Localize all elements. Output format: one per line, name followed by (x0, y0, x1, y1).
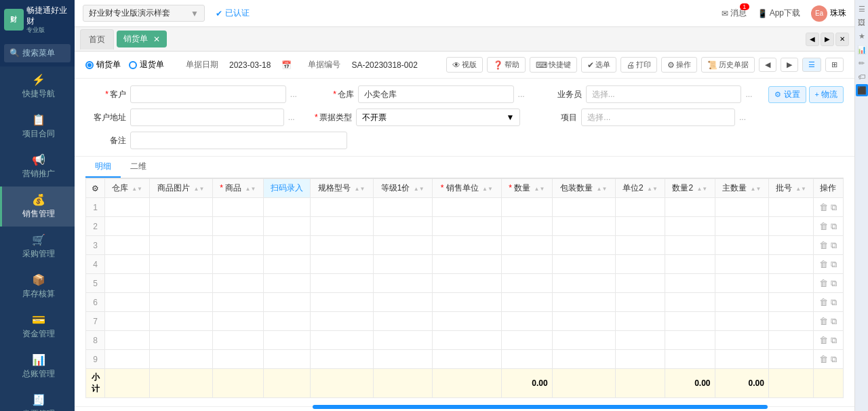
cell-main-qty[interactable] (715, 274, 768, 293)
cell-qty2[interactable] (665, 217, 715, 236)
cell-scan[interactable] (263, 331, 310, 350)
sidebar-item-inventory[interactable]: 📦 库存核算 (0, 267, 75, 307)
sort-price[interactable]: ▲▼ (414, 186, 425, 192)
cell-unit[interactable] (432, 331, 501, 350)
cell-scan[interactable] (263, 312, 310, 331)
cell-img[interactable] (149, 217, 212, 236)
cell-warehouse[interactable] (105, 236, 150, 255)
address-picker-btn[interactable]: ... (288, 113, 295, 122)
cell-warehouse[interactable] (105, 293, 150, 312)
warehouse-input[interactable]: 小卖仓库 (358, 85, 514, 103)
col-settings[interactable]: ⚙ (86, 179, 105, 198)
cell-price1[interactable] (373, 293, 432, 312)
cell-product[interactable] (212, 255, 263, 274)
cell-unit[interactable] (432, 312, 501, 331)
copy-row-icon[interactable]: ⧉ (831, 316, 837, 327)
sidebar-item-marketing[interactable]: 📢 营销推广 (0, 146, 75, 187)
cell-img[interactable] (149, 350, 212, 369)
cell-spec[interactable] (310, 350, 373, 369)
cell-img[interactable] (149, 198, 212, 217)
cell-main-qty[interactable] (715, 255, 768, 274)
cell-unit[interactable] (432, 198, 501, 217)
cell-pack-qty[interactable] (552, 312, 615, 331)
salesperson-input[interactable]: 选择... (586, 85, 742, 103)
cell-unit2[interactable] (615, 331, 665, 350)
cell-batch[interactable] (768, 198, 813, 217)
cell-qty[interactable] (501, 236, 552, 255)
cell-qty2[interactable] (665, 255, 715, 274)
sort-product[interactable]: ▲▼ (245, 186, 256, 192)
grid-view-btn[interactable]: ☰ (802, 58, 821, 72)
right-icon-chart[interactable]: 📊 (856, 43, 868, 56)
sort-batch[interactable]: ▲▼ (795, 186, 806, 192)
cell-pack-qty[interactable] (552, 255, 615, 274)
cell-product[interactable] (212, 312, 263, 331)
cell-scan[interactable] (263, 350, 310, 369)
cell-warehouse[interactable] (105, 312, 150, 331)
sidebar-item-invoices[interactable]: 🧾 发票管理 (0, 387, 75, 411)
operation-btn[interactable]: ⚙ 操作 (661, 57, 697, 73)
cell-unit2[interactable] (615, 350, 665, 369)
tab-next-btn[interactable]: ▶ (821, 33, 834, 46)
cell-unit2[interactable] (615, 274, 665, 293)
cell-main-qty[interactable] (715, 350, 768, 369)
cell-price1[interactable] (373, 236, 432, 255)
sidebar-item-sales[interactable]: 💰 销售管理 (0, 187, 75, 227)
cell-unit2[interactable] (615, 217, 665, 236)
right-icon-list[interactable]: ☰ (856, 3, 868, 15)
print-btn[interactable]: 🖨 打印 (620, 57, 657, 73)
cell-unit[interactable] (432, 217, 501, 236)
cell-img[interactable] (149, 255, 212, 274)
cell-batch[interactable] (768, 236, 813, 255)
cell-scan[interactable] (263, 293, 310, 312)
cell-spec[interactable] (310, 312, 373, 331)
cell-main-qty[interactable] (715, 312, 768, 331)
cell-spec[interactable] (310, 217, 373, 236)
sidebar-item-quick-nav[interactable]: ⚡ 快捷导航 (0, 66, 75, 106)
delete-row-icon[interactable]: 🗑 (819, 240, 828, 250)
cell-img[interactable] (149, 236, 212, 255)
copy-row-icon[interactable]: ⧉ (831, 354, 837, 365)
delete-row-icon[interactable]: 🗑 (819, 354, 828, 364)
customer-input[interactable] (130, 85, 286, 103)
cell-qty[interactable] (501, 217, 552, 236)
close-tab-icon[interactable]: ✕ (153, 35, 160, 44)
cell-scan[interactable] (263, 217, 310, 236)
cell-price1[interactable] (373, 312, 432, 331)
cell-unit2[interactable] (615, 293, 665, 312)
ticket-type-select[interactable]: 不开票 ▼ (356, 109, 521, 126)
sidebar-search-area[interactable]: 🔍 搜索菜单 (0, 40, 75, 66)
right-icon-star[interactable]: ★ (856, 30, 868, 42)
cell-product[interactable] (212, 293, 263, 312)
customer-picker-btn[interactable]: ... (290, 90, 297, 99)
cell-unit[interactable] (432, 236, 501, 255)
cell-unit2[interactable] (615, 255, 665, 274)
tab-close-btn[interactable]: ✕ (835, 33, 849, 46)
tab-home[interactable]: 首页 (80, 29, 114, 50)
scrollbar-thumb[interactable] (313, 405, 768, 409)
cell-batch[interactable] (768, 293, 813, 312)
cell-unit[interactable] (432, 350, 501, 369)
cell-img[interactable] (149, 293, 212, 312)
calendar-icon[interactable]: 📅 (281, 60, 292, 70)
cell-pack-qty[interactable] (552, 331, 615, 350)
view-btn[interactable]: 👁 视版 (446, 57, 483, 73)
sidebar-item-purchase[interactable]: 🛒 采购管理 (0, 227, 75, 267)
company-selector[interactable]: 好业财专业版演示样套 ▼ (83, 5, 205, 22)
cell-product[interactable] (212, 217, 263, 236)
cell-spec[interactable] (310, 236, 373, 255)
project-picker-btn[interactable]: ... (739, 113, 746, 122)
cell-unit2[interactable] (615, 312, 665, 331)
history-btn[interactable]: 📜 历史单据 (701, 57, 755, 73)
delete-row-icon[interactable]: 🗑 (819, 202, 828, 212)
project-input[interactable]: 选择... (581, 109, 735, 126)
cell-pack-qty[interactable] (552, 236, 615, 255)
cell-spec[interactable] (310, 274, 373, 293)
copy-row-icon[interactable]: ⧉ (831, 335, 837, 346)
cell-main-qty[interactable] (715, 217, 768, 236)
radio-sales-order[interactable]: 销货单 (85, 59, 121, 71)
cell-pack-qty[interactable] (552, 198, 615, 217)
cell-warehouse[interactable] (105, 274, 150, 293)
radio-return-order[interactable]: 退货单 (129, 59, 164, 71)
warehouse-picker-btn[interactable]: ... (518, 90, 525, 99)
